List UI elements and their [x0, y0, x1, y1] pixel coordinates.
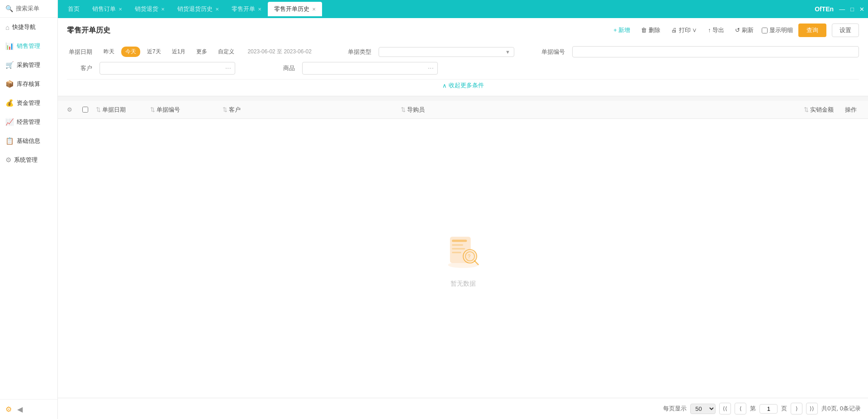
- col-check[interactable]: [78, 107, 92, 113]
- sidebar-item-purchase-mgmt[interactable]: 🛒 采购管理: [0, 56, 57, 75]
- display-detail-input[interactable]: [762, 28, 768, 33]
- query-button[interactable]: 查询: [798, 24, 826, 37]
- date-range-text: 2023-06-02 至 2023-06-02: [247, 48, 311, 56]
- page-number-input[interactable]: 1: [759, 404, 778, 414]
- delete-button[interactable]: 🗑 删除: [638, 24, 663, 36]
- col-amount[interactable]: ⇅ 实销金额: [792, 106, 837, 114]
- sort-icon-amount: ⇅: [804, 106, 809, 113]
- tab-home[interactable]: 首页: [62, 2, 86, 16]
- sidebar-item-quick-nav[interactable]: ⌂ 快捷导航: [0, 18, 57, 37]
- search-icon: 🔍: [5, 5, 13, 12]
- display-detail-checkbox[interactable]: 显示明细: [762, 26, 793, 34]
- tab-sales-return-history-label: 销货退货历史: [177, 5, 213, 13]
- setting-button[interactable]: 设置: [832, 24, 859, 37]
- window-close-btn[interactable]: ✕: [859, 6, 864, 13]
- svg-rect-4: [452, 248, 465, 249]
- empty-illustration: ?: [441, 229, 486, 274]
- sidebar-item-finance[interactable]: 💰 资金管理: [0, 94, 57, 113]
- date-btn-custom[interactable]: 自定义: [214, 47, 238, 57]
- new-btn-label: + 新增: [613, 26, 630, 34]
- tab-retail-history-close[interactable]: ✕: [312, 7, 316, 12]
- window-max-btn[interactable]: □: [850, 6, 854, 13]
- sidebar-item-label: 销售管理: [17, 42, 40, 50]
- tab-sales-order[interactable]: 销售订单 ✕: [86, 2, 128, 16]
- purchase-icon: 🛒: [5, 61, 14, 69]
- export-btn-label: ↑ 导出: [708, 26, 724, 34]
- tab-sales-order-close[interactable]: ✕: [119, 7, 122, 12]
- goods-filter-input[interactable]: ···: [302, 62, 438, 75]
- collapse-label: 收起更多条件: [449, 81, 484, 89]
- col-action-label: 操作: [845, 106, 857, 114]
- tab-retail-open-close[interactable]: ✕: [258, 7, 261, 12]
- col-amount-label: 实销金额: [810, 106, 834, 114]
- sidebar-item-basic-info[interactable]: 📋 基础信息: [0, 132, 57, 151]
- tab-retail-history[interactable]: 零售开单历史 ✕: [268, 2, 322, 16]
- page-prefix-label: 第: [750, 405, 756, 413]
- sort-icon-guide: ⇅: [401, 106, 406, 113]
- sidebar-item-inventory[interactable]: 📦 库存核算: [0, 75, 57, 94]
- page-first-btn[interactable]: ⟨⟨: [719, 403, 731, 414]
- date-filter-label: 单据日期: [67, 48, 92, 56]
- date-btn-yesterday[interactable]: 昨天: [100, 47, 119, 57]
- per-page-select[interactable]: 10 20 50 100: [690, 404, 716, 414]
- svg-rect-2: [452, 240, 467, 242]
- col-guide[interactable]: ⇅ 导购员: [397, 106, 442, 114]
- sidebar-search[interactable]: 🔍 搜索采单: [0, 0, 57, 18]
- date-btn-more[interactable]: 更多: [192, 47, 211, 57]
- col-gear[interactable]: ⚙: [62, 106, 78, 113]
- col-date[interactable]: ⇅ 单据日期: [92, 106, 147, 114]
- page-area: 零售开单历史 + 新增 🗑 删除 🖨 打印 ∨ ↑ 导出 ↺: [58, 18, 868, 419]
- sidebar-search-label: 搜索采单: [16, 5, 39, 13]
- sidebar-item-system[interactable]: ⚙ 系统管理: [0, 151, 57, 169]
- tab-retail-open[interactable]: 零售开单 ✕: [225, 2, 268, 16]
- tab-sales-return-history-close[interactable]: ✕: [215, 7, 219, 12]
- tab-sales-return-close[interactable]: ✕: [161, 7, 165, 12]
- settings-icon[interactable]: ⚙: [5, 405, 12, 414]
- select-all-checkbox[interactable]: [82, 107, 88, 113]
- customer-filter-input[interactable]: ···: [100, 62, 235, 75]
- per-page-label: 每页显示: [663, 405, 687, 413]
- no-filter-input[interactable]: [572, 46, 859, 57]
- sidebar-item-sales-mgmt[interactable]: 📊 销售管理: [0, 37, 57, 56]
- col-no[interactable]: ⇅ 单据编号: [147, 106, 219, 114]
- type-filter-label: 单据类型: [346, 48, 371, 56]
- type-filter-select[interactable]: ▼: [379, 47, 514, 57]
- new-button[interactable]: + 新增: [611, 24, 633, 36]
- svg-rect-3: [452, 244, 463, 245]
- date-btn-today[interactable]: 今天: [121, 47, 140, 57]
- print-btn-label: 🖨 打印 ∨: [671, 26, 697, 34]
- tab-retail-history-label: 零售开单历史: [274, 5, 309, 13]
- sidebar-item-operations[interactable]: 📈 经营管理: [0, 113, 57, 132]
- tab-sales-return[interactable]: 销货退货 ✕: [128, 2, 171, 16]
- type-select-arrow: ▼: [505, 49, 510, 55]
- print-button[interactable]: 🖨 打印 ∨: [669, 24, 700, 36]
- sidebar: 🔍 搜索采单 ⌂ 快捷导航 📊 销售管理 🛒 采购管理 📦 库存核算 💰 资金管…: [0, 0, 58, 419]
- tab-sales-return-history[interactable]: 销货退货历史 ✕: [171, 2, 225, 16]
- sidebar-item-label: 系统管理: [14, 156, 38, 164]
- gear-settings-icon[interactable]: ⚙: [67, 106, 72, 113]
- collapse-filter-btn[interactable]: ∧ 收起更多条件: [67, 79, 859, 91]
- operations-icon: 📈: [5, 118, 14, 126]
- filter-row-date: 单据日期 昨天 今天 近7天 近1月 更多 自定义 2023-06-02 至 2…: [67, 46, 859, 57]
- page-last-btn[interactable]: ⟩⟩: [806, 403, 818, 414]
- page-next-btn[interactable]: ⟩: [791, 403, 802, 414]
- export-button[interactable]: ↑ 导出: [705, 24, 727, 36]
- page-prev-btn[interactable]: ⟨: [735, 403, 746, 414]
- window-min-btn[interactable]: —: [839, 6, 845, 13]
- date-btn-7days[interactable]: 近7天: [143, 47, 165, 57]
- collapse-up-icon: ∧: [442, 82, 447, 89]
- brand-name: OfTEn: [815, 5, 834, 13]
- collapse-sidebar-icon[interactable]: ◀: [17, 405, 23, 414]
- col-customer[interactable]: ⇅ 客户: [219, 106, 397, 114]
- filter-row-customer: 客户 ··· 商品 ···: [67, 62, 859, 75]
- inventory-icon: 📦: [5, 80, 14, 88]
- svg-text:?: ?: [468, 254, 470, 259]
- toolbar: + 新增 🗑 删除 🖨 打印 ∨ ↑ 导出 ↺ 刷新: [611, 24, 859, 37]
- page-title: 零售开单历史: [67, 26, 110, 35]
- refresh-button[interactable]: ↺ 刷新: [732, 24, 756, 36]
- date-btn-1month[interactable]: 近1月: [168, 47, 190, 57]
- sidebar-item-label: 基础信息: [17, 137, 40, 145]
- table-container: ⚙ ⇅ 单据日期 ⇅ 单据编号 ⇅ 客户 ⇅: [58, 101, 868, 419]
- pagination: 每页显示 10 20 50 100 ⟨⟨ ⟨ 第 1 页 ⟩ ⟩⟩ 共0页, 0…: [58, 398, 868, 419]
- sidebar-item-label: 经营管理: [17, 118, 40, 126]
